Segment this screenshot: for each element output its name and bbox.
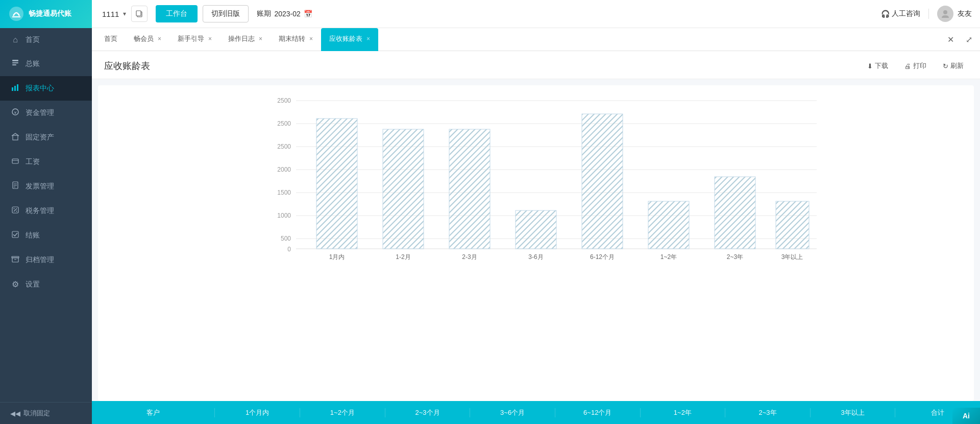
sidebar-label-checkout: 结账 [26, 231, 40, 240]
tab-bar: 首页 畅会员 × 新手引导 × 操作日志 × 期末结转 × 应收账龄表 × [92, 28, 980, 51]
svg-point-0 [9, 7, 23, 21]
sidebar-label-settings: 设置 [26, 280, 40, 289]
switch-version-button[interactable]: 切到旧版 [203, 5, 249, 22]
tax-icon [10, 206, 20, 216]
tab-aging-label: 应收账龄表 [329, 34, 362, 43]
print-button[interactable]: 🖨 打印 [900, 59, 930, 73]
tab-home[interactable]: 首页 [96, 28, 126, 51]
svg-text:2500: 2500 [277, 143, 291, 150]
tab-yearend-close[interactable]: × [309, 35, 313, 42]
refresh-button[interactable]: ↻ 刷新 [939, 59, 968, 73]
tab-guide-close[interactable]: × [208, 35, 212, 42]
sidebar-label-archive: 归档管理 [26, 255, 54, 265]
consult-label: 人工咨询 [892, 9, 920, 18]
logo-icon [8, 6, 24, 22]
cancel-fixed-label: 取消固定 [23, 409, 50, 418]
tab-actions: ✕ ⤢ [943, 32, 976, 46]
dropdown-icon: ▾ [123, 10, 126, 17]
cancel-fixed-button[interactable]: ◀◀ 取消固定 [0, 402, 92, 424]
tab-home-label: 首页 [104, 34, 117, 43]
tab-member-label: 畅会员 [134, 34, 154, 43]
sidebar-item-reports[interactable]: 报表中心 [0, 76, 92, 101]
sidebar-item-home[interactable]: ⌂ 首页 [0, 28, 92, 52]
invoice-icon [10, 181, 20, 192]
sidebar-item-assets[interactable]: 固定资产 [0, 125, 92, 150]
sidebar-item-salary[interactable]: 工资 [0, 150, 92, 174]
user-area[interactable]: 友友 [937, 6, 972, 22]
sidebar-item-ledger[interactable]: 总账 [0, 52, 92, 76]
print-icon: 🖨 [904, 62, 911, 70]
workbench-button[interactable]: 工作台 [156, 5, 198, 22]
page-content: 应收账龄表 ⬇ 下载 🖨 打印 ↻ 刷新 [92, 51, 980, 424]
company-selector[interactable]: 1111 ▾ [102, 10, 126, 18]
tab-maximize-button[interactable]: ⤢ [962, 32, 976, 46]
tab-aging-close[interactable]: × [366, 35, 370, 42]
sidebar-item-checkout[interactable]: 结账 [0, 223, 92, 248]
bar-3-6月 [516, 210, 556, 249]
ai-badge[interactable]: Ai [952, 408, 980, 424]
svg-text:1500: 1500 [277, 189, 291, 196]
sidebar-item-archive[interactable]: 归档管理 [0, 248, 92, 272]
sidebar-label-salary: 工资 [26, 157, 40, 167]
table-header-row: 客户 1个月内 1~2个月 2~3个月 3~6个月 6~12个月 [92, 401, 980, 424]
tab-aging[interactable]: 应收账龄表 × [321, 28, 378, 51]
tab-oplog-close[interactable]: × [259, 35, 262, 42]
consult-button[interactable]: 🎧 人工咨询 [881, 9, 920, 18]
tab-yearend[interactable]: 期末结转 × [271, 28, 321, 51]
user-name: 友友 [958, 9, 972, 18]
sidebar-label-home: 首页 [26, 35, 40, 44]
col-2-3month: 2~3个月 [385, 408, 471, 417]
sidebar-label-tax: 税务管理 [26, 206, 54, 216]
svg-text:6-12个月: 6-12个月 [590, 253, 615, 261]
reports-icon [10, 83, 20, 93]
svg-rect-9 [17, 84, 18, 91]
col-3-6month: 3~6个月 [470, 408, 555, 417]
period-value: 2023-02 [274, 10, 300, 18]
salary-icon [10, 157, 20, 167]
svg-text:3年以上: 3年以上 [781, 253, 803, 261]
col-2-3year: 2~3年 [725, 408, 811, 417]
col-1month: 1个月内 [215, 408, 300, 417]
sidebar-item-invoice[interactable]: 发票管理 [0, 174, 92, 199]
print-label: 打印 [913, 61, 926, 70]
sidebar-label-funds: 资金管理 [26, 108, 54, 117]
tab-oplog-label: 操作日志 [228, 34, 255, 43]
calendar-icon[interactable]: 📅 [304, 10, 312, 18]
ai-label: Ai [963, 412, 970, 420]
svg-text:1-2月: 1-2月 [396, 253, 410, 261]
bar-2-3年 [715, 177, 755, 249]
svg-rect-8 [14, 86, 16, 91]
svg-rect-23 [12, 231, 18, 238]
period-label: 账期 [257, 9, 271, 18]
col-3year-plus: 3年以上 [811, 408, 896, 417]
bar-3年以上 [776, 201, 809, 249]
download-button[interactable]: ⬇ 下载 [863, 59, 892, 73]
download-label: 下载 [875, 61, 888, 70]
sidebar-item-settings[interactable]: ⚙ 设置 [0, 272, 92, 296]
header-right: 🎧 人工咨询 友友 [881, 6, 972, 22]
chart-wrapper: 2500 2500 2500 2000 1500 1000 500 0 [98, 85, 974, 401]
tab-member-close[interactable]: × [158, 35, 161, 42]
logo-area: 畅捷通易代账 [0, 0, 92, 28]
period-area: 账期 2023-02 📅 [257, 9, 312, 18]
tab-oplog[interactable]: 操作日志 × [220, 28, 271, 51]
sidebar-item-funds[interactable]: ¥ 资金管理 [0, 101, 92, 125]
download-icon: ⬇ [867, 62, 873, 70]
svg-point-22 [16, 211, 17, 212]
headset-icon: 🎧 [881, 10, 890, 18]
tab-member[interactable]: 畅会员 × [126, 28, 169, 51]
main-layout: ⌂ 首页 总账 报表中心 [0, 28, 980, 424]
col-customer: 客户 [92, 408, 215, 417]
svg-text:0: 0 [287, 246, 291, 253]
settings-icon: ⚙ [10, 279, 20, 289]
svg-rect-13 [12, 159, 18, 163]
sidebar-label-ledger: 总账 [26, 59, 40, 68]
sidebar-item-tax[interactable]: 税务管理 [0, 199, 92, 223]
copy-button[interactable] [131, 6, 148, 22]
svg-text:2000: 2000 [277, 166, 291, 173]
svg-text:2500: 2500 [277, 97, 291, 104]
svg-text:1~2年: 1~2年 [660, 253, 677, 261]
tab-guide[interactable]: 新手引导 × [169, 28, 220, 51]
svg-text:2500: 2500 [277, 120, 291, 127]
tab-close-all-button[interactable]: ✕ [943, 32, 958, 46]
